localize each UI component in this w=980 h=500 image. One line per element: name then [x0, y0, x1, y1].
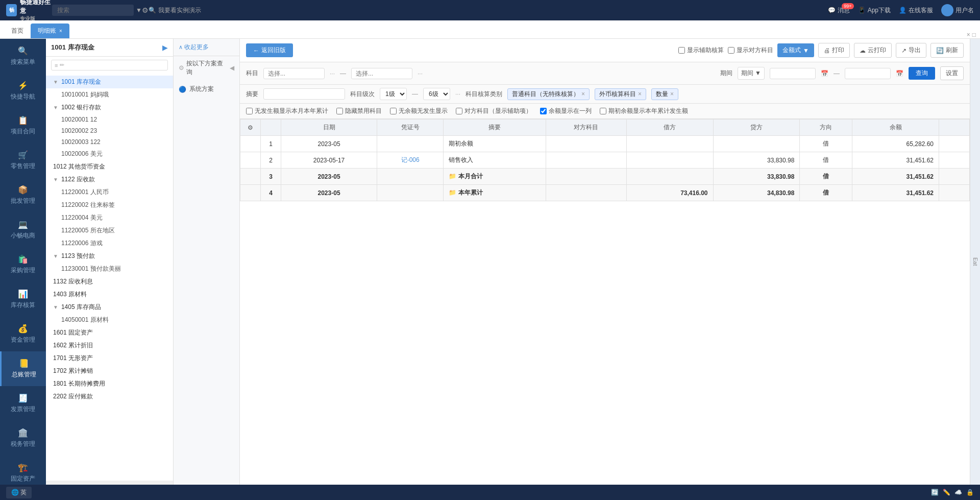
cloud-print-button[interactable]: ☁ 云打印: [854, 43, 892, 58]
sidebar-item-capital[interactable]: 💰 资金管理: [0, 317, 46, 351]
tree-node-1002[interactable]: ▼ 1002 银行存款: [46, 101, 173, 114]
app-name-block: 畅捷通好生意 专业版: [20, 0, 52, 22]
tag-close-icon[interactable]: ×: [638, 90, 642, 98]
tree-node-10020003[interactable]: 10020003 122: [46, 136, 173, 148]
voucher-link[interactable]: 记-006: [401, 156, 420, 163]
tree-node-1801[interactable]: 1801 长期待摊费用: [46, 377, 173, 390]
summary-input[interactable]: [263, 88, 345, 100]
tree-horizontal-scrollbar[interactable]: [46, 481, 173, 485]
tree-node-1601[interactable]: 1601 固定资产: [46, 326, 173, 339]
sidebar-item-wholesale[interactable]: 📦 批发管理: [0, 178, 46, 212]
print-button[interactable]: 🖨 打印: [818, 43, 850, 58]
sidebar-item-general-ledger[interactable]: 📒 总账管理: [0, 351, 46, 386]
tab-home[interactable]: 首页: [4, 23, 31, 38]
wholesale-icon: 📦: [18, 185, 28, 195]
filter-tag-foreign[interactable]: 外币核算科目 ×: [595, 88, 646, 100]
filter-tag-normal[interactable]: 普通科目（无特殊核算） ×: [507, 88, 590, 100]
subject-end-input[interactable]: [351, 68, 412, 79]
translate-button[interactable]: 🌐 英: [6, 487, 32, 498]
top-search-input[interactable]: [52, 5, 134, 16]
currency-type-button[interactable]: 金额式 ▼: [777, 43, 814, 57]
tree-node-11220004[interactable]: 11220004 美元: [46, 211, 173, 224]
tree-node-1403[interactable]: 1403 原材料: [46, 288, 173, 301]
sidebar-item-project[interactable]: 📋 项目合同: [0, 108, 46, 143]
tab-detail-close[interactable]: ×: [59, 28, 62, 34]
period-start-input[interactable]: 2023-05: [770, 68, 816, 79]
show-assist-checkbox[interactable]: [678, 47, 685, 54]
initial-occur-checkbox[interactable]: [600, 108, 606, 114]
subject-input[interactable]: [263, 68, 325, 79]
search-dropdown-icon[interactable]: ▼: [136, 7, 142, 14]
tag-close-icon[interactable]: ×: [581, 90, 585, 98]
sidebar-item-tax[interactable]: 🏛️ 税务管理: [0, 421, 46, 456]
tag-close-icon[interactable]: ×: [670, 90, 674, 98]
sidebar-item-ecom[interactable]: 💻 小畅电商: [0, 212, 46, 247]
sidebar-item-fixed-assets[interactable]: 🏗️ 固定资产: [0, 456, 46, 485]
tree-node-10010001[interactable]: 10010001 妈妈哦: [46, 88, 173, 101]
tree-node-1012[interactable]: 1012 其他货币资金: [46, 160, 173, 173]
sidebar-item-invoice[interactable]: 🧾 发票管理: [0, 386, 46, 421]
tree-node-11220006[interactable]: 11220006 游戏: [46, 237, 173, 250]
query-item-system[interactable]: 🔵 系统方案: [174, 80, 239, 99]
user-button[interactable]: 用户名: [941, 4, 974, 16]
tree-node-10020002[interactable]: 10020002 23: [46, 125, 173, 136]
back-old-version-button[interactable]: ← 返回旧版: [246, 43, 293, 57]
right-collapse-tab[interactable]: Eat: [970, 39, 980, 485]
sidebar-item-retail[interactable]: 🛒 零售管理: [0, 143, 46, 178]
period-mode[interactable]: 期间 ▼: [738, 67, 765, 80]
tree-node-1123[interactable]: ▼ 1123 预付款: [46, 250, 173, 263]
tree-node-11220002[interactable]: 11220002 往来标签: [46, 199, 173, 211]
export-icon: ↗: [901, 47, 906, 54]
tree-node-1701[interactable]: 1701 无形资产: [46, 352, 173, 365]
settings-button[interactable]: 设置: [940, 66, 964, 80]
tree-node-10020006[interactable]: 10020006 美元: [46, 148, 173, 160]
period-end-input[interactable]: 2023-05: [845, 68, 891, 79]
status-icon-4[interactable]: 🔒: [966, 489, 974, 496]
tree-node-11220005[interactable]: 11220005 所在地区: [46, 224, 173, 237]
sidebar-item-quick-nav[interactable]: ⚡ 快捷导航: [0, 74, 46, 108]
no-occur-checkbox[interactable]: [246, 108, 253, 114]
tree-node-11220001[interactable]: 11220001 人民币: [46, 186, 173, 199]
tree-node-1122[interactable]: ▼ 1122 应收款: [46, 173, 173, 186]
search-button[interactable]: 查询: [909, 67, 935, 80]
tree-node-1602[interactable]: 1602 累计折旧: [46, 339, 173, 352]
demo-button[interactable]: 🔍 我要看实例演示: [149, 6, 201, 15]
tree-node-1405[interactable]: ▼ 1405 库存商品: [46, 301, 173, 314]
retail-icon: 🛒: [18, 150, 28, 160]
tree-node-11230001[interactable]: 11230001 预付款美丽: [46, 263, 173, 275]
hide-disable-checkbox[interactable]: [336, 108, 343, 114]
level-end-select[interactable]: 6级 5级: [423, 88, 450, 100]
sidebar-item-search-menu[interactable]: 🔍 搜索菜单: [0, 39, 46, 74]
period-calendar-icon[interactable]: 📅: [821, 70, 828, 77]
show-opposite-checkbox[interactable]: [728, 47, 734, 54]
refresh-button[interactable]: 🔄 刷新: [930, 43, 964, 58]
col-gear[interactable]: ⚙: [240, 120, 261, 136]
expand-more-button[interactable]: ∧ 收起更多: [179, 43, 209, 52]
tree-node-1001[interactable]: ▼ 1001 库存现金: [46, 76, 173, 88]
opposite-checkbox[interactable]: [456, 108, 462, 114]
tab-detail[interactable]: 明细账 ×: [31, 23, 69, 38]
tree-node-2202[interactable]: 2202 应付账款: [46, 390, 173, 403]
level-start-select[interactable]: 1级 2级 3级: [380, 88, 407, 100]
sidebar-item-inventory[interactable]: 📊 库存核算: [0, 282, 46, 317]
account-select-arrow[interactable]: ▶: [162, 43, 168, 52]
tree-node-1132[interactable]: 1132 应收利息: [46, 275, 173, 288]
tree-node-1702[interactable]: 1702 累计摊销: [46, 365, 173, 377]
tree-node-14050001[interactable]: 14050001 原材料: [46, 314, 173, 326]
export-button[interactable]: ↗ 导出: [896, 43, 926, 58]
message-button[interactable]: 💬 消息 99+: [828, 6, 849, 15]
no-balance-checkbox[interactable]: [390, 108, 397, 114]
settings-icon[interactable]: ⚙: [142, 6, 149, 14]
sidebar-item-purchase[interactable]: 🛍️ 采购管理: [0, 247, 46, 282]
collapse-arrow[interactable]: ◀: [230, 64, 234, 72]
status-icon-2[interactable]: ✏️: [943, 489, 950, 496]
online-service-button[interactable]: 👤 在线客服: [899, 6, 933, 15]
status-icon-1[interactable]: 🔄: [931, 489, 939, 496]
tree-node-10020001[interactable]: 10020001 12: [46, 114, 173, 125]
period-end-calendar-icon[interactable]: 📅: [896, 70, 903, 77]
status-icon-3[interactable]: ☁️: [954, 489, 962, 496]
filter-tag-quantity[interactable]: 数量 ×: [651, 88, 678, 100]
window-close-button[interactable]: × □: [967, 31, 976, 38]
app-download-button[interactable]: 📱 App下载: [858, 6, 891, 15]
balance-col-checkbox[interactable]: [540, 108, 547, 114]
